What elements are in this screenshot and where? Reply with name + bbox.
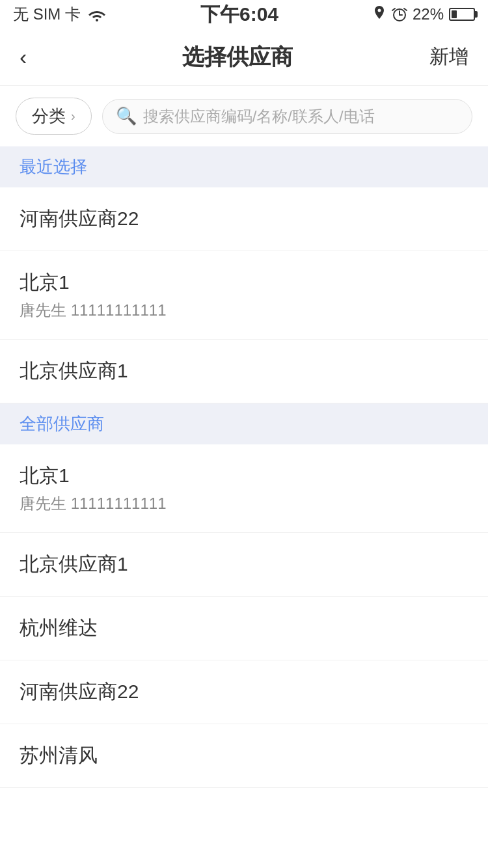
all-items-list: 北京1 唐先生 11111111111 北京供应商1 杭州维达 河南供应商22 … xyxy=(0,444,488,788)
list-item[interactable]: 苏州清风 xyxy=(0,724,488,788)
no-sim-text: 无 SIM 卡 xyxy=(13,4,81,25)
nav-bar: ‹ 选择供应商 新增 xyxy=(0,29,488,86)
list-item[interactable]: 杭州维达 xyxy=(0,597,488,660)
recent-items-list: 河南供应商22 北京1 唐先生 11111111111 北京供应商1 xyxy=(0,187,488,403)
location-icon xyxy=(372,6,386,23)
search-placeholder: 搜索供应商编码/名称/联系人/电话 xyxy=(143,106,375,127)
item-sub: 唐先生 11111111111 xyxy=(20,493,468,514)
back-button[interactable]: ‹ xyxy=(20,44,59,70)
filter-bar: 分类 › 🔍 搜索供应商编码/名称/联系人/电话 xyxy=(0,86,488,146)
item-name: 北京1 xyxy=(20,463,468,489)
all-section-header: 全部供应商 xyxy=(0,403,488,444)
page-title: 选择供应商 xyxy=(182,42,293,72)
wifi-icon xyxy=(87,7,107,21)
alarm-icon xyxy=(392,6,407,23)
battery-icon xyxy=(449,8,475,21)
item-name: 北京1 xyxy=(20,269,468,296)
item-name: 北京供应商1 xyxy=(20,551,468,578)
item-sub: 唐先生 11111111111 xyxy=(20,300,468,321)
status-bar: 无 SIM 卡 下午6:04 22% xyxy=(0,0,488,29)
recent-section-title: 最近选择 xyxy=(20,157,87,176)
category-button[interactable]: 分类 › xyxy=(16,98,92,135)
list-item[interactable]: 北京1 唐先生 11111111111 xyxy=(0,444,488,533)
item-name: 河南供应商22 xyxy=(20,679,468,705)
item-name: 河南供应商22 xyxy=(20,206,468,232)
list-item[interactable]: 北京1 唐先生 11111111111 xyxy=(0,251,488,340)
status-left: 无 SIM 卡 xyxy=(13,4,107,25)
chevron-right-icon: › xyxy=(71,109,75,124)
item-name: 北京供应商1 xyxy=(20,358,468,385)
search-icon: 🔍 xyxy=(116,106,137,126)
status-time: 下午6:04 xyxy=(200,1,278,28)
item-name: 苏州清风 xyxy=(20,742,468,769)
status-right: 22% xyxy=(372,5,475,23)
all-section-title: 全部供应商 xyxy=(20,414,104,433)
list-item[interactable]: 北京供应商1 xyxy=(0,340,488,403)
list-item[interactable]: 北京供应商1 xyxy=(0,533,488,597)
add-button[interactable]: 新增 xyxy=(416,44,468,70)
search-box[interactable]: 🔍 搜索供应商编码/名称/联系人/电话 xyxy=(102,99,472,134)
recent-section-header: 最近选择 xyxy=(0,146,488,187)
list-item[interactable]: 河南供应商22 xyxy=(0,660,488,724)
list-item[interactable]: 河南供应商22 xyxy=(0,187,488,251)
category-label: 分类 xyxy=(32,105,66,128)
battery-percent: 22% xyxy=(413,5,444,23)
item-name: 杭州维达 xyxy=(20,615,468,642)
